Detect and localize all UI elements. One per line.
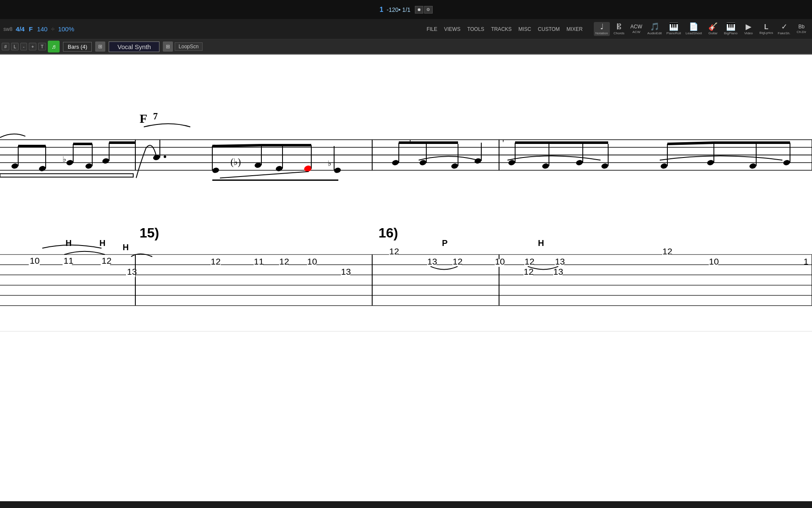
svg-text:H: H	[538, 238, 544, 248]
svg-text:12: 12	[524, 267, 533, 276]
video-tool[interactable]: ▶Video	[741, 22, 757, 36]
sw8-label: sw8	[3, 26, 13, 32]
menu-mixer[interactable]: MIXER	[565, 25, 584, 33]
svg-text:13: 13	[553, 267, 563, 276]
svg-text:16): 16)	[379, 225, 398, 240]
top-bar: 1 -120• 1/1 ⏺ ⚙	[0, 0, 812, 19]
svg-rect-135	[0, 331, 812, 331]
time-signature: 4/4	[14, 25, 26, 33]
svg-text:10: 10	[495, 257, 505, 266]
svg-text:10: 10	[709, 257, 719, 266]
menu-misc[interactable]: MISC	[517, 25, 533, 33]
bars-label: Bars (4)	[63, 42, 92, 52]
chords-tool[interactable]: 𝄡Chords	[611, 22, 627, 36]
menu-custom[interactable]: CUSTOM	[536, 25, 562, 33]
chdir-tool[interactable]: BbCh.Dir	[793, 23, 809, 34]
svg-text:F: F	[140, 111, 147, 126]
svg-point-25	[164, 155, 166, 158]
leadsheet-tool[interactable]: 📄LeadSheet	[684, 22, 704, 36]
svg-text:13: 13	[127, 267, 137, 276]
transport-controls: 1 -120• 1/1 ⏺ ⚙	[379, 6, 432, 14]
pianoroll-tool[interactable]: 🎹PianoRoll	[665, 22, 683, 36]
svg-text:12: 12	[662, 246, 672, 256]
svg-text:15): 15)	[140, 225, 159, 240]
svg-text:♭: ♭	[328, 159, 331, 168]
bars-expand[interactable]: ⊞	[95, 41, 105, 52]
menu-tracks[interactable]: TRACKS	[489, 25, 513, 33]
notation-tool[interactable]: ♩Notation	[594, 22, 610, 36]
notation-svg: F 7 ♭	[0, 55, 812, 501]
biglyrics-tool[interactable]: LBigLyrics	[758, 22, 775, 36]
loop-button[interactable]: LoopScn	[175, 42, 202, 51]
tools-toolbar: sw8 4/4 F 140 ÷ 100% FILE VIEWS TOOLS TR…	[0, 19, 812, 39]
svg-text:': '	[502, 138, 504, 148]
svg-text:12: 12	[524, 257, 534, 266]
svg-text:12: 12	[389, 246, 399, 256]
svg-text:13: 13	[427, 257, 437, 266]
svg-text:H: H	[123, 243, 129, 252]
svg-text:(♭): (♭)	[230, 157, 241, 167]
tempo-display: -120• 1/1	[387, 6, 410, 13]
fakesh-tool[interactable]: ✓FakeSh.	[776, 22, 792, 36]
divider1: ÷	[51, 25, 55, 33]
svg-text:1: 1	[804, 257, 809, 266]
svg-text:10: 10	[30, 256, 39, 265]
svg-line-42	[212, 145, 261, 146]
svg-text:13: 13	[555, 257, 565, 266]
track-btn-hash[interactable]: #	[2, 43, 9, 50]
menu-bar: FILE VIEWS TOOLS TRACKS MISC CUSTOM MIXE…	[425, 25, 584, 33]
svg-text:12: 12	[453, 257, 462, 266]
svg-text:12: 12	[211, 257, 220, 266]
bpm-display: 140	[35, 25, 49, 33]
track-btn-plus[interactable]: +	[29, 43, 36, 50]
view-tools: ♩Notation 𝄡Chords ACWACW 🎵AudioEdit 🎹Pia…	[594, 22, 809, 36]
svg-text:10: 10	[307, 257, 317, 266]
svg-rect-0	[0, 55, 812, 501]
position-display: 1	[379, 6, 383, 14]
menu-file[interactable]: FILE	[425, 25, 439, 33]
track-name: Vocal Synth	[109, 41, 159, 52]
key-signature: F	[27, 25, 34, 33]
transport-buttons[interactable]: ⏺ ⚙	[415, 6, 433, 14]
track-btn-t[interactable]: T	[38, 43, 46, 50]
guitar-tool[interactable]: 🎸Guitar	[705, 22, 721, 36]
svg-text:H: H	[66, 238, 71, 248]
zoom-level: 100%	[56, 25, 76, 33]
track-btn-l[interactable]: L	[11, 43, 19, 50]
svg-text:♭: ♭	[63, 155, 66, 163]
menu-tools[interactable]: TOOLS	[466, 25, 486, 33]
svg-text:H: H	[99, 238, 105, 248]
track-icon: ♬	[48, 41, 60, 52]
track-expand[interactable]: ⊞	[163, 41, 173, 52]
notation-area: F 7 ♭	[0, 55, 812, 501]
bigpiano-tool[interactable]: 🎹BigPiano	[722, 22, 739, 36]
record-icon[interactable]: ⏺	[415, 6, 423, 14]
svg-text:12: 12	[279, 257, 289, 266]
audioedit-tool[interactable]: 🎵AudioEdit	[646, 22, 664, 36]
menu-views[interactable]: VIEWS	[442, 25, 462, 33]
acw-tool[interactable]: ACWACW	[628, 23, 645, 34]
svg-line-75	[667, 143, 714, 144]
svg-text:P: P	[442, 238, 447, 248]
track-btn-minus[interactable]: -	[20, 43, 27, 50]
svg-text:7: 7	[153, 111, 158, 121]
svg-text:12: 12	[102, 256, 111, 265]
track-bar: # L - + T ♬ Bars (4) ⊞ Vocal Synth ⊞ Loo…	[0, 39, 812, 55]
svg-text:13: 13	[341, 267, 351, 276]
settings-icon[interactable]: ⚙	[424, 6, 433, 14]
svg-text:11: 11	[254, 257, 263, 266]
svg-text:11: 11	[63, 256, 73, 265]
